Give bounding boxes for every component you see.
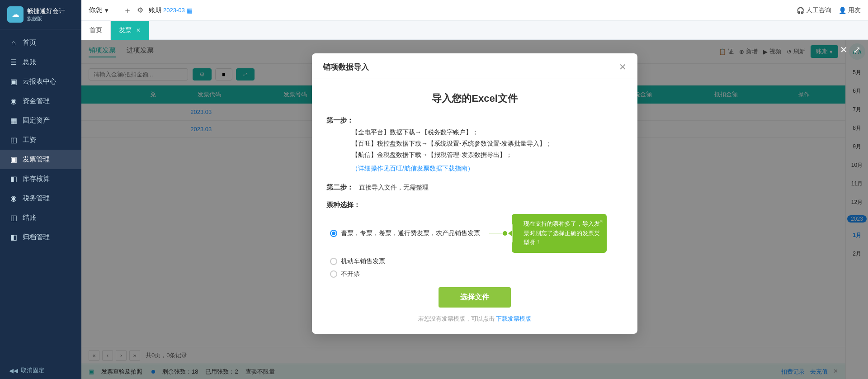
fund-icon: ◉ [9,97,18,105]
sidebar-item-home[interactable]: ⌂ 首页 [0,33,81,52]
assets-icon: ▦ [9,116,18,125]
tooltip-close-button[interactable]: × [599,217,603,226]
step1-link-row: （详细操作见百旺/航信发票数据下载指南） [352,163,623,174]
consult-button[interactable]: 🎧 人工咨询 [797,6,831,14]
sidebar: ☁ 畅捷通好会计 旗舰版 ⌂ 首页 ☰ 总账 ▣ 云报表中心 ◉ 资金管理 [0,0,81,379]
dialog-header: 销项数据导入 ✕ [312,53,637,79]
step1-block: 第一步： 【全电平台】数据下载→【税务数字账户】； 【百旺】税控盘数据下载→【系… [326,116,623,174]
connector-line [489,233,503,233]
sidebar-item-checkout[interactable]: ◫ 结账 [0,208,81,227]
step1-content: 【全电平台】数据下载→【税务数字账户】； 【百旺】税控盘数据下载→【系统设置-系… [352,127,623,174]
select-file-button[interactable]: 选择文件 [439,287,511,308]
radio-label-2: 机动车销售发票 [341,257,385,265]
download-template-link[interactable]: 下载发票模版 [496,315,531,322]
radio-circle-2 [330,258,337,265]
inventory-icon: ◧ [9,175,18,183]
tab-invoice[interactable]: 发票 ✕ [111,21,149,40]
sidebar-item-invoice[interactable]: ▣ 发票管理 [0,150,81,169]
ledger-icon: ☰ [9,58,18,66]
step1-line3: 【航信】金税盘数据下载→【报税管理-发票数据导出】； [352,149,623,161]
window-close-button[interactable]: ✕ [840,44,848,55]
topbar-period: 账期 2023-03 ▦ [149,6,193,14]
ticket-select-section: 票种选择： 普票，专票，卷票，通行费发票，农产品销售发票 [326,201,623,278]
sidebar-item-inventory[interactable]: ◧ 库存核算 [0,169,81,189]
step1-line1: 【全电平台】数据下载→【税务数字账户】； [352,127,623,138]
import-dialog: 销项数据导入 ✕ 导入您的Excel文件 第一步： 【全电平台】数据下载→【税务… [312,53,637,334]
main-area: 你您 ▾ ＋ ⚙ 账期 2023-03 ▦ 🎧 人工咨询 👤 用友 [81,0,868,379]
dialog-title: 销项数据导入 [323,62,369,72]
modal-overlay: ✕ ⤢ 销项数据导入 ✕ 导入您的Excel文件 第一步： [81,40,868,379]
step2-block: 第二步： 直接导入文件，无需整理 [326,183,623,192]
ticket-label: 票种选择： [326,201,360,209]
radio-circle-3 [330,270,337,278]
step1-line2: 【百旺】税控盘数据下载→【系统设置-系统参数设置-发票批量导入】； [352,138,623,149]
radio-item-3[interactable]: 不开票 [330,270,623,278]
chevron-down-icon: ▾ [105,6,108,14]
radio-item-1[interactable]: 普票，专票，卷票，通行费发票，农产品销售发票 [330,229,480,237]
home-icon: ⌂ [9,39,18,47]
tab-close-invoice[interactable]: ✕ [136,27,141,33]
sidebar-item-ledger[interactable]: ☰ 总账 [0,52,81,72]
radio-item-2[interactable]: 机动车销售发票 [330,257,623,265]
sidebar-item-tax[interactable]: ◉ 税务管理 [0,189,81,208]
logo-icon: ☁ [7,6,24,23]
radio-inner-1 [332,232,335,235]
sidebar-cancel-fixed[interactable]: ◀◀ 取消固定 [0,362,81,379]
user-button[interactable]: 👤 用友 [839,6,861,14]
dialog-body: 导入您的Excel文件 第一步： 【全电平台】数据下载→【税务数字账户】； 【百… [312,79,637,334]
topbar-divider1 [116,6,116,15]
topbar-settings-icon[interactable]: ⚙ [137,6,143,14]
sidebar-item-archive[interactable]: ◧ 归档管理 [0,227,81,247]
tooltip-bubble: 现在支持的票种多了，导入发票时别忘了选择正确的发票类型呀！ × [512,214,607,253]
radio-label-3: 不开票 [341,270,360,278]
checkout-icon: ◫ [9,213,18,222]
radio-label-1: 普票，专票，卷票，通行费发票，农产品销售发票 [341,229,480,237]
tabs-bar: 首页 发票 ✕ [81,21,868,40]
window-maximize-button[interactable]: ⤢ [853,44,861,55]
reports-icon: ▣ [9,77,18,86]
content-area: 销项发票 进项发票 📋 证 ⊕ 新增 ▶ [81,40,868,379]
radio-circle-1 [330,230,337,237]
sidebar-nav: ⌂ 首页 ☰ 总账 ▣ 云报表中心 ◉ 资金管理 ▦ 固定资产 ◫ 工资 [0,29,81,362]
salary-icon: ◫ [9,136,18,144]
topbar-add-button[interactable]: ＋ [123,5,132,16]
invoice-icon: ▣ [9,155,18,164]
dialog-main-title: 导入您的Excel文件 [326,92,623,105]
sidebar-item-assets[interactable]: ▦ 固定资产 [0,111,81,130]
tab-home[interactable]: 首页 [81,21,111,40]
logo-text: 畅捷通好会计 旗舰版 [27,7,65,22]
template-hint: 若您没有发票模版，可以点击 下载发票模版 [326,315,623,323]
window-controls: ✕ ⤢ [840,44,861,55]
sidebar-item-salary[interactable]: ◫ 工资 [0,130,81,150]
sidebar-item-reports[interactable]: ▣ 云报表中心 [0,72,81,91]
sidebar-logo: ☁ 畅捷通好会计 旗舰版 [0,0,81,29]
sidebar-item-fund[interactable]: ◉ 资金管理 [0,91,81,111]
tooltip-text: 现在支持的票种多了，导入发票时别忘了选择正确的发票类型呀！ [518,219,600,247]
headset-icon: 🎧 [797,7,804,14]
step1-guide-link[interactable]: （详细操作见百旺/航信发票数据下载指南） [352,165,474,172]
step2-content: 直接导入文件，无需整理 [359,184,429,191]
tooltip-connector [489,231,507,236]
calendar-icon[interactable]: ▦ [187,7,193,14]
cloud-icon: ☁ [11,9,19,19]
tooltip-bar [512,224,513,242]
topbar: 你您 ▾ ＋ ⚙ 账期 2023-03 ▦ 🎧 人工咨询 👤 用友 [81,0,868,21]
tax-icon: ◉ [9,194,18,203]
radio-row-1: 普票，专票，卷票，通行费发票，农产品销售发票 [330,214,623,253]
company-selector[interactable]: 你您 ▾ [89,6,108,14]
step2-label: 第二步： [326,183,354,191]
radio-group: 普票，专票，卷票，通行费发票，农产品销售发票 [330,214,623,278]
topbar-right: 🎧 人工咨询 👤 用友 [797,6,861,14]
user-icon: 👤 [839,7,846,14]
archive-icon: ◧ [9,233,18,242]
connector-dot [503,231,507,236]
dialog-close-button[interactable]: ✕ [619,62,627,72]
unpin-icon: ◀◀ [9,367,18,374]
step1-label: 第一步： [326,116,354,124]
